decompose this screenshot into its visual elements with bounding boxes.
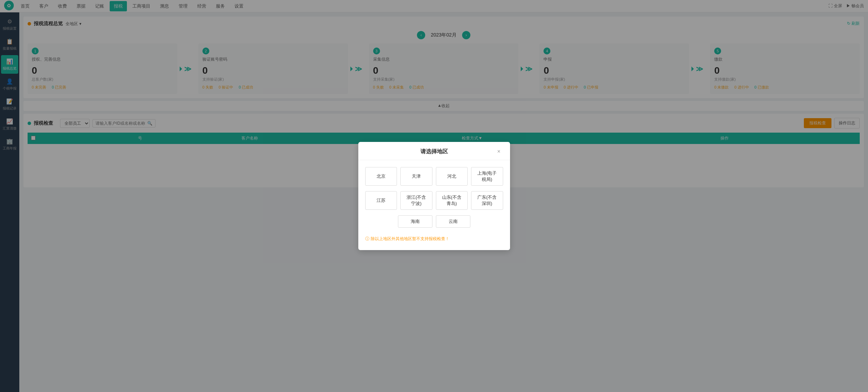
- modal-warning: ⓘ 除以上地区外其他地区暂不支持报税检查！: [365, 233, 503, 243]
- region-shandong[interactable]: 山东(不含青岛): [436, 191, 468, 210]
- warning-icon: ⓘ: [365, 236, 369, 242]
- modal-header: 请选择地区 ×: [358, 142, 510, 160]
- region-grid-row1: 北京 天津 河北 上海(电子税局): [365, 167, 503, 186]
- region-shanghai[interactable]: 上海(电子税局): [471, 167, 503, 186]
- region-hainan[interactable]: 海南: [398, 215, 432, 228]
- modal-body: 北京 天津 河北 上海(电子税局) 江苏 浙江(不含宁波) 山东(不含青岛) 广…: [358, 160, 510, 250]
- region-grid-row2: 江苏 浙江(不含宁波) 山东(不含青岛) 广东(不含深圳): [365, 191, 503, 210]
- modal-title: 请选择地区: [373, 148, 495, 155]
- modal-overlay[interactable]: 请选择地区 × 北京 天津 河北 上海(电子税局) 江苏 浙江(不含宁波) 山东…: [0, 0, 868, 392]
- region-zhejiang[interactable]: 浙江(不含宁波): [400, 191, 432, 210]
- region-hebei[interactable]: 河北: [436, 167, 468, 186]
- region-tianjin[interactable]: 天津: [400, 167, 432, 186]
- region-beijing[interactable]: 北京: [365, 167, 397, 186]
- region-guangdong[interactable]: 广东(不含深圳): [471, 191, 503, 210]
- region-grid-row3: 海南 云南: [365, 215, 503, 228]
- modal-close-button[interactable]: ×: [495, 147, 503, 156]
- warning-text: 除以上地区外其他地区暂不支持报税检查！: [371, 236, 449, 242]
- modal: 请选择地区 × 北京 天津 河北 上海(电子税局) 江苏 浙江(不含宁波) 山东…: [358, 142, 510, 250]
- region-yunnan[interactable]: 云南: [436, 215, 470, 228]
- region-jiangsu[interactable]: 江苏: [365, 191, 397, 210]
